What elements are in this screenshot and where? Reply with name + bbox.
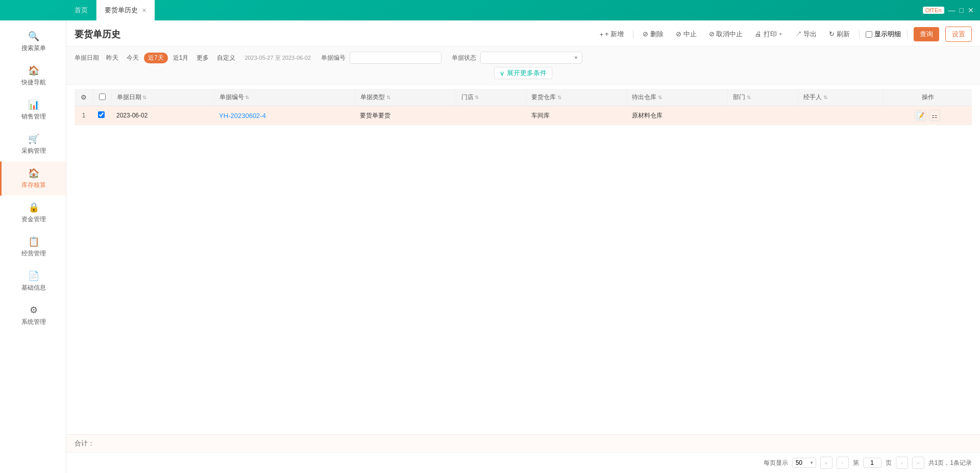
toolbar: + + 新增 ⊘ 删除 ⊘ 中止 ⊘ 取消中止 🖨 打印 ▼ bbox=[597, 27, 972, 42]
sidebar-item-search[interactable]: 🔍 搜索菜单 bbox=[0, 25, 66, 59]
sidebar-item-system[interactable]: ⚙ 系统管理 bbox=[0, 298, 66, 333]
td-billno[interactable]: YH-20230602-4 bbox=[214, 106, 355, 125]
window-maximize-icon[interactable]: □ bbox=[960, 6, 964, 14]
td-num: 1 bbox=[75, 106, 93, 125]
window-close-icon[interactable]: ✕ bbox=[968, 6, 974, 14]
system-icon: ⚙ bbox=[30, 304, 38, 316]
inventory-icon: 🏠 bbox=[28, 168, 39, 179]
page-header: 要货单历史 + + 新增 ⊘ 删除 ⊘ 中止 ⊘ 取消中止 🖨 打印 bbox=[66, 20, 980, 46]
sidebar-item-basicinfo[interactable]: 📄 基础信息 bbox=[0, 264, 66, 298]
last-page-button[interactable]: » bbox=[912, 457, 924, 469]
td-store bbox=[456, 106, 526, 125]
delete-button[interactable]: ⊘ 删除 bbox=[640, 28, 667, 41]
toolbar-divider-1 bbox=[633, 30, 633, 38]
date-btn-today[interactable]: 今天 bbox=[124, 53, 142, 63]
export-button[interactable]: ↗ 导出 bbox=[792, 28, 820, 41]
date-btn-more[interactable]: 更多 bbox=[193, 53, 212, 63]
sidebar-item-finance[interactable]: 🔒 资金管理 bbox=[0, 196, 66, 230]
date-btn-1month[interactable]: 近1月 bbox=[170, 53, 192, 63]
next-page-button[interactable]: › bbox=[896, 457, 908, 469]
query-button[interactable]: 查询 bbox=[914, 27, 939, 41]
top-bar-right: OfTEn — □ ✕ bbox=[923, 6, 974, 14]
sidebar-item-sales[interactable]: 📊 销售管理 bbox=[0, 93, 66, 127]
select-all-checkbox[interactable] bbox=[99, 93, 106, 100]
th-billtype[interactable]: 单据类型 bbox=[355, 89, 456, 106]
row-checkbox[interactable] bbox=[98, 111, 105, 118]
billno-filter-input[interactable] bbox=[350, 52, 442, 64]
query-label: 查询 bbox=[920, 30, 933, 39]
date-btn-7days[interactable]: 近7天 bbox=[144, 53, 168, 63]
stop-button[interactable]: ⊘ 中止 bbox=[673, 28, 700, 41]
th-handler[interactable]: 经手人 bbox=[798, 89, 883, 106]
tab-home[interactable]: 首页 bbox=[66, 0, 96, 20]
tab-requisition-history[interactable]: 要货单历史 ✕ bbox=[96, 0, 155, 20]
td-actions: 📝 ⚏ bbox=[884, 106, 972, 125]
status-filter-select[interactable] bbox=[480, 52, 582, 64]
cancel-stop-button[interactable]: ⊘ 取消中止 bbox=[706, 28, 746, 41]
sidebar-item-quicknav-label: 快捷导航 bbox=[21, 78, 46, 87]
refresh-label: ↻ 刷新 bbox=[829, 30, 850, 39]
expand-more-button[interactable]: ∨ 展开更多条件 bbox=[494, 67, 552, 79]
sidebar: 🔍 搜索菜单 🏠 快捷导航 📊 销售管理 🛒 采购管理 🏠 库存核算 🔒 资金管… bbox=[0, 20, 66, 473]
prev-page-button[interactable]: ‹ bbox=[837, 457, 849, 469]
row-detail-icon[interactable]: ⚏ bbox=[929, 110, 940, 121]
sidebar-item-purchase[interactable]: 🛒 采购管理 bbox=[0, 127, 66, 161]
page-input[interactable] bbox=[863, 458, 881, 468]
td-billtype: 要货单要货 bbox=[355, 106, 456, 125]
td-handler bbox=[798, 106, 883, 125]
date-btn-custom[interactable]: 自定义 bbox=[214, 53, 238, 63]
purchase-icon: 🛒 bbox=[28, 133, 39, 145]
sidebar-item-inventory-label: 库存核算 bbox=[21, 181, 46, 190]
status-filter-label: 单据状态 bbox=[452, 54, 476, 62]
expand-more-label: 展开更多条件 bbox=[507, 68, 547, 78]
table-area: ⚙ 单据日期 单据编号 单据类型 门店 要货仓库 待出仓库 部门 经手人 操 bbox=[66, 85, 980, 434]
page-info-text: 共1页，1条记录 bbox=[928, 459, 972, 467]
th-req-warehouse[interactable]: 要货仓库 bbox=[526, 89, 627, 106]
th-actions: 操作 bbox=[884, 89, 972, 106]
sidebar-item-inventory[interactable]: 🏠 库存核算 bbox=[0, 161, 66, 196]
home-icon: 🏠 bbox=[28, 65, 39, 76]
new-label: + 新增 bbox=[605, 30, 624, 39]
sidebar-item-basicinfo-label: 基础信息 bbox=[21, 283, 46, 292]
page-label-prefix: 第 bbox=[853, 459, 859, 467]
refresh-button[interactable]: ↻ 刷新 bbox=[826, 28, 853, 41]
sidebar-item-sales-label: 销售管理 bbox=[21, 112, 46, 121]
td-department bbox=[728, 106, 798, 125]
table-header-row: ⚙ 单据日期 单据编号 单据类型 门店 要货仓库 待出仓库 部门 经手人 操 bbox=[75, 89, 972, 106]
tab-requisition-label: 要货单历史 bbox=[105, 6, 138, 15]
print-chevron-icon: ▼ bbox=[778, 32, 783, 37]
th-pending-warehouse[interactable]: 待出仓库 bbox=[627, 89, 728, 106]
th-checkbox bbox=[93, 89, 111, 106]
toolbar-divider-3 bbox=[907, 30, 908, 38]
settings-button[interactable]: 设置 bbox=[945, 27, 972, 42]
sales-icon: 📊 bbox=[28, 99, 39, 110]
first-page-button[interactable]: « bbox=[820, 457, 832, 469]
export-label: ↗ 导出 bbox=[795, 30, 817, 39]
display-detail-checkbox[interactable] bbox=[866, 31, 872, 38]
print-label: 🖨 打印 bbox=[755, 30, 777, 39]
th-date[interactable]: 单据日期 bbox=[111, 89, 214, 106]
requisition-table: ⚙ 单据日期 单据编号 单据类型 门店 要货仓库 待出仓库 部门 经手人 操 bbox=[75, 89, 972, 125]
sidebar-item-quicknav[interactable]: 🏠 快捷导航 bbox=[0, 59, 66, 93]
bill-no-link[interactable]: YH-20230602-4 bbox=[219, 112, 266, 120]
th-department[interactable]: 部门 bbox=[728, 89, 798, 106]
search-icon: 🔍 bbox=[28, 31, 39, 42]
tab-close-icon[interactable]: ✕ bbox=[142, 7, 146, 14]
window-minimize-icon[interactable]: — bbox=[948, 6, 955, 14]
page-size-select[interactable]: 20 50 100 200 bbox=[792, 458, 816, 468]
print-button[interactable]: 🖨 打印 ▼ bbox=[752, 28, 786, 41]
td-pending-warehouse: 原材料仓库 bbox=[627, 106, 728, 125]
new-button[interactable]: + + 新增 bbox=[597, 28, 627, 41]
sidebar-item-operations[interactable]: 📋 经营管理 bbox=[0, 230, 66, 264]
footer-summary: 合计： bbox=[66, 434, 980, 452]
pagination-bar: 每页显示 20 50 100 200 « ‹ 第 页 › » 共1页，1条记录 bbox=[66, 452, 980, 473]
th-store[interactable]: 门店 bbox=[456, 89, 526, 106]
date-btn-yesterday[interactable]: 昨天 bbox=[103, 53, 121, 63]
date-btns: 昨天 今天 近7天 近1月 更多 自定义 bbox=[103, 53, 238, 63]
often-badge[interactable]: OfTEn bbox=[923, 7, 944, 14]
page-size-wrap: 20 50 100 200 bbox=[792, 458, 816, 468]
row-edit-icon[interactable]: 📝 bbox=[915, 110, 926, 121]
th-billno[interactable]: 单据编号 bbox=[214, 89, 355, 106]
th-settings[interactable]: ⚙ bbox=[75, 89, 93, 106]
tab-home-label: 首页 bbox=[75, 6, 88, 15]
